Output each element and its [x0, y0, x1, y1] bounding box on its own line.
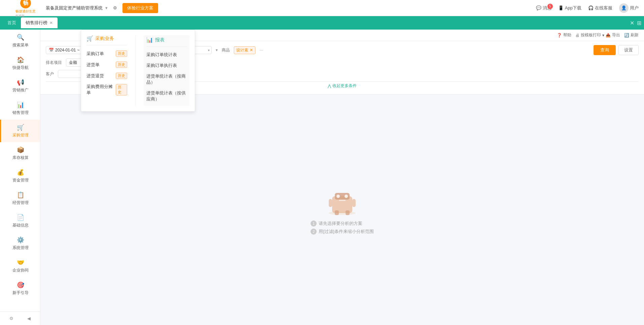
inventory-icon: 📦: [17, 146, 24, 154]
query-button[interactable]: 查询: [594, 45, 616, 55]
user-menu-button[interactable]: 👤 用户: [619, 3, 639, 13]
purchase-menu-column: 🛒 采购业务 采购订单 历史 进货单 历史 进货退货 历史 采购费用分摊单: [86, 35, 127, 106]
purchase-dropdown-menu: 🛒 采购业务 采购订单 历史 进货单 历史 进货退货 历史 采购费用分摊单: [81, 30, 195, 112]
history-badge-purchase-order: 历史: [116, 50, 127, 57]
sidebar-item-system[interactable]: ⚙️ 系统管理: [0, 232, 40, 255]
empty-state: 1 请先选择要分析的方案 2 用[过滤]条件来缩小分析范围: [40, 94, 644, 323]
phone-icon: 📱: [558, 5, 564, 10]
empty-tip-2: 2 用[过滤]条件来缩小分析范围: [311, 229, 373, 235]
empty-illustration: [322, 183, 362, 216]
tab-home[interactable]: 首页: [3, 17, 21, 28]
sidebar-item-enterprise[interactable]: 🤝 企业协同: [0, 255, 40, 277]
print-icon: 🖨: [575, 33, 579, 38]
svg-rect-8: [335, 210, 339, 215]
menu-item-purchase-order-stats[interactable]: 采购订单统计表: [146, 49, 187, 60]
refresh-button[interactable]: 🔄 刷新: [624, 32, 639, 38]
tab-maximize-button[interactable]: ⊞: [637, 20, 641, 26]
tab-close-window-button[interactable]: ✕: [630, 20, 634, 26]
system-title: 装备及固定资产辅助管理系统: [46, 5, 103, 11]
logo-icon: 畅: [20, 0, 31, 8]
menu-item-purchase-order[interactable]: 采购订单 历史: [86, 48, 127, 59]
search-icon: 🔍: [17, 34, 24, 41]
report-menu-column: 📊 报表 采购订单统计表 采购订单执行表 进货单统计表（按商品） 进货单统计表（…: [144, 35, 190, 106]
report-menu-header: 📊 报表: [146, 37, 187, 47]
menu-item-incoming[interactable]: 进货单 历史: [86, 59, 127, 70]
purchase-icon: 🛒: [17, 124, 24, 131]
svg-point-3: [336, 195, 340, 198]
guide-icon: 🎯: [17, 281, 24, 289]
empty-tips: 1 请先选择要分析的方案 2 用[过滤]条件来缩小分析范围: [311, 220, 373, 235]
export-button[interactable]: 📤 导出: [606, 32, 620, 38]
calendar-icon: 📅: [49, 48, 54, 52]
collapse-up-icon: ⋀: [328, 84, 331, 88]
tab-close-button[interactable]: ✕: [49, 21, 53, 25]
tab-bar-controls: ✕ ⊞: [630, 20, 641, 26]
tip-num-2: 2: [311, 229, 317, 235]
order-status-more[interactable]: ▾: [216, 48, 218, 52]
sidebar-item-inventory[interactable]: 📦 库存核算: [0, 142, 40, 165]
goods-more[interactable]: ···: [259, 48, 263, 52]
logo-area: 畅 畅捷通好生意 标准版: [5, 0, 46, 18]
tab-sales-ranking[interactable]: 销售排行榜 ✕: [21, 17, 58, 28]
menu-item-incoming-by-supplier[interactable]: 进货单统计表（按供应商）: [146, 88, 187, 105]
marketing-icon: 📢: [17, 79, 24, 86]
help-button[interactable]: ❓ 帮助: [557, 32, 571, 38]
notification-button[interactable]: 💬 消息 5: [536, 5, 551, 11]
sidebar-item-finance[interactable]: 💰 资金管理: [0, 165, 40, 187]
online-service-button[interactable]: 🎧 在线客服: [588, 5, 612, 11]
tab-bar: 首页 销售排行榜 ✕ ✕ ⊞: [0, 16, 644, 30]
query-buttons: 查询 设置: [594, 45, 639, 55]
basic-info-icon: 📄: [17, 214, 24, 221]
goods-tag: 设计素 ✕: [234, 46, 255, 54]
sidebar: 🔍 搜索菜单 🏠 快捷导航 📢 营销推广 📊 销售管理 🛒 采购管理 📦 库存核…: [0, 30, 40, 325]
refresh-icon: 🔄: [624, 33, 629, 38]
tip-num-1: 1: [311, 220, 317, 227]
logo-text: 畅捷通好生意 标准版: [15, 9, 36, 18]
system-title-area: 装备及固定资产辅助管理系统 ▾ ⚙ 体验行业方案: [46, 3, 536, 13]
filter-settings-button[interactable]: 设置: [618, 45, 639, 55]
finance-icon: 💰: [17, 169, 24, 176]
sidebar-item-purchase[interactable]: 🛒 采购管理: [0, 120, 40, 142]
menu-item-purchase-order-exec[interactable]: 采购订单执行表: [146, 60, 187, 71]
system-dropdown-arrow[interactable]: ▾: [105, 5, 108, 10]
header-right: 💬 消息 5 📱 App下载 🎧 在线客服 👤 用户: [536, 3, 639, 13]
menu-item-purchase-expense[interactable]: 采购费用分摊单 历史: [86, 81, 127, 98]
svg-rect-6: [329, 199, 332, 207]
sidebar-item-sales[interactable]: 📊 销售管理: [0, 97, 40, 120]
svg-point-4: [345, 195, 348, 198]
main-layout: 🔍 搜索菜单 🏠 快捷导航 📢 营销推广 📊 销售管理 🛒 采购管理 📦 库存核…: [0, 30, 644, 325]
sidebar-item-guide[interactable]: 🎯 新手引导: [0, 277, 40, 300]
top-header: 畅 畅捷通好生意 标准版 装备及固定资产辅助管理系统 ▾ ⚙ 体验行业方案 💬 …: [0, 0, 644, 16]
history-badge-incoming: 历史: [116, 62, 127, 68]
sidebar-item-marketing[interactable]: 📢 营销推广: [0, 75, 40, 97]
system-settings-button[interactable]: ⚙: [110, 3, 120, 13]
print-dropdown-arrow[interactable]: ▾: [602, 33, 604, 38]
sales-icon: 📊: [17, 101, 24, 109]
svg-rect-7: [352, 199, 356, 207]
menu-item-return[interactable]: 进货退货 历史: [86, 70, 127, 81]
help-icon: ❓: [557, 33, 562, 38]
menu-divider: [135, 35, 136, 106]
empty-tip-1: 1 请先选择要分析的方案: [311, 220, 373, 227]
purchase-menu-icon: 🛒: [86, 35, 93, 42]
enterprise-icon: 🤝: [17, 259, 24, 266]
sidebar-collapse-icon[interactable]: ◀: [27, 316, 31, 321]
menu-item-incoming-by-goods[interactable]: 进货单统计表（按商品）: [146, 71, 187, 88]
system-icon: ⚙️: [17, 236, 24, 244]
notification-badge: 5: [547, 4, 553, 9]
industry-solution-button[interactable]: 体验行业方案: [122, 3, 158, 13]
headset-icon: 🎧: [588, 5, 594, 10]
message-icon: 💬: [536, 5, 541, 10]
sidebar-settings-icon[interactable]: ⚙: [9, 316, 13, 321]
sidebar-item-quick-nav[interactable]: 🏠 快捷导航: [0, 52, 40, 75]
goods-label: 商品: [222, 47, 230, 53]
sidebar-item-basic-info[interactable]: 📄 基础信息: [0, 210, 40, 232]
app-download-button[interactable]: 📱 App下载: [558, 5, 581, 11]
sidebar-bottom: ⚙ ◀: [0, 312, 40, 325]
goods-tag-close[interactable]: ✕: [250, 48, 253, 52]
customer-label: 客户: [46, 71, 54, 77]
sidebar-item-search[interactable]: 🔍 搜索菜单: [0, 30, 40, 52]
template-print-button[interactable]: 🖨 按模板打印 ▾: [575, 32, 604, 38]
sidebar-item-operations[interactable]: 📋 经营管理: [0, 187, 40, 210]
content-area: 🛒 采购业务 采购订单 历史 进货单 历史 进货退货 历史 采购费用分摊单: [40, 30, 644, 325]
